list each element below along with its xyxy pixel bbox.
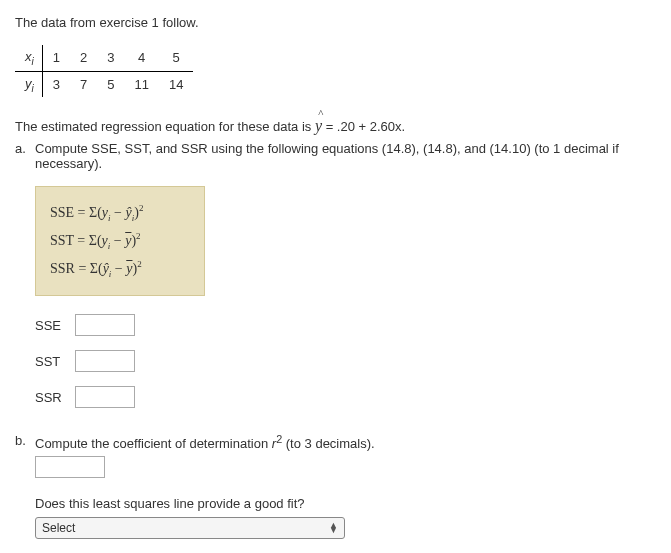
r-squared-input[interactable]	[35, 456, 105, 478]
y-cell: 11	[124, 71, 158, 97]
x-cell: 5	[159, 45, 193, 71]
formula-box: SSE = Σ(yi − ŷi)2 SST = Σ(yi − y)2 SSR =…	[35, 186, 205, 296]
ssr-label: SSR	[35, 390, 75, 405]
formula-sse: SSE = Σ(yi − ŷi)2	[50, 199, 190, 227]
fit-question: Does this least squares line provide a g…	[35, 496, 656, 511]
sst-row: SST	[35, 350, 656, 372]
y-label: yi	[15, 71, 42, 97]
select-arrows-icon: ▲▼	[329, 523, 338, 533]
data-table: xi 1 2 3 4 5 yi 3 7 5 11 14	[15, 45, 193, 97]
sst-input[interactable]	[75, 350, 135, 372]
y-cell: 3	[42, 71, 70, 97]
question-b-text: Compute the coefficient of determination…	[35, 433, 656, 538]
intro-text: The data from exercise 1 follow.	[15, 15, 656, 30]
question-a-text: Compute SSE, SST, and SSR using the foll…	[35, 141, 656, 171]
x-cell: 2	[70, 45, 97, 71]
sse-row: SSE	[35, 314, 656, 336]
x-label: xi	[15, 45, 42, 71]
question-b: b. Compute the coefficient of determinat…	[15, 433, 656, 538]
sse-label: SSE	[35, 318, 75, 333]
x-cell: 1	[42, 45, 70, 71]
sst-label: SST	[35, 354, 75, 369]
formula-ssr: SSR = Σ(ŷi − y)2	[50, 255, 190, 283]
question-a: a. Compute SSE, SST, and SSR using the f…	[15, 141, 656, 171]
formula-sst: SST = Σ(yi − y)2	[50, 227, 190, 255]
sse-input[interactable]	[75, 314, 135, 336]
regression-equation: The estimated regression equation for th…	[15, 117, 656, 135]
y-cell: 5	[97, 71, 124, 97]
x-cell: 4	[124, 45, 158, 71]
x-cell: 3	[97, 45, 124, 71]
ssr-input[interactable]	[75, 386, 135, 408]
ssr-row: SSR	[35, 386, 656, 408]
letter-a: a.	[15, 141, 35, 171]
fit-select[interactable]: Select ▲▼	[35, 517, 345, 539]
select-label: Select	[42, 521, 75, 535]
y-cell: 7	[70, 71, 97, 97]
letter-b: b.	[15, 433, 35, 538]
y-cell: 14	[159, 71, 193, 97]
